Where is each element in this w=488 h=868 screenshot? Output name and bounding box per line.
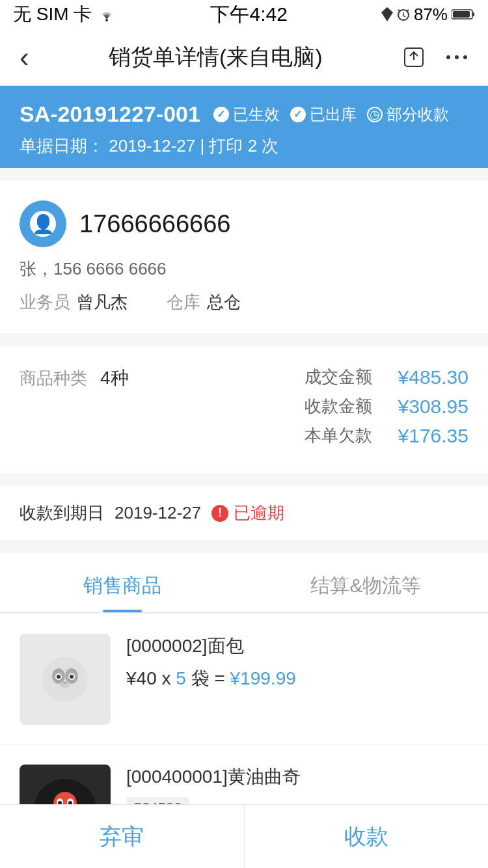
location-icon bbox=[381, 7, 393, 21]
warehouse-label: 仓库 bbox=[167, 291, 200, 314]
customer-id: 17666666666 bbox=[79, 210, 230, 238]
svg-point-6 bbox=[446, 55, 450, 59]
print-info: | 打印 2 次 bbox=[200, 136, 278, 156]
receipt-row: 收款金额 ¥308.95 bbox=[305, 395, 468, 418]
customer-name: 张，156 6666 6666 bbox=[20, 258, 468, 280]
order-date: 2019-12-27 bbox=[109, 136, 195, 156]
battery-text: 87% bbox=[414, 5, 448, 25]
summary-section: 商品种类 4种 成交金额 ¥485.30 收款金额 ¥308.95 本单欠款 ¥… bbox=[0, 346, 488, 473]
badge-effective-label: 已生效 bbox=[233, 104, 280, 125]
badge-partial-label: 部分收款 bbox=[386, 104, 449, 125]
debt-label: 本单欠款 bbox=[305, 424, 372, 447]
order-id: SA-20191227-001 bbox=[20, 102, 200, 127]
header-banner: SA-20191227-001 已生效 已出库 部分收款 单据日期： 2019-… bbox=[0, 86, 488, 168]
overdue-label: 已逾期 bbox=[234, 502, 284, 524]
confirm-label: 收款 bbox=[344, 822, 388, 852]
customer-section: 17666666666 张，156 6666 6666 业务员 曾凡杰 仓库 总… bbox=[0, 181, 488, 333]
owl-svg bbox=[39, 653, 91, 705]
due-section: 收款到期日 2019-12-27 ! 已逾期 bbox=[0, 486, 488, 540]
badge-shipped-label: 已出库 bbox=[310, 104, 357, 125]
avatar bbox=[20, 200, 66, 247]
customer-row1: 17666666666 bbox=[20, 200, 468, 247]
product-name-2: [000400001]黄油曲奇 bbox=[126, 765, 468, 789]
status-badges: 已生效 已出库 部分收款 bbox=[213, 104, 449, 125]
receipt-amount: ¥308.95 bbox=[398, 396, 468, 418]
more-icon[interactable] bbox=[445, 54, 468, 61]
overdue-icon: ! bbox=[211, 505, 228, 522]
svg-point-14 bbox=[57, 675, 61, 679]
transaction-row: 成交金额 ¥485.30 bbox=[305, 366, 468, 388]
summary-left: 商品种类 4种 bbox=[20, 366, 129, 390]
svg-point-8 bbox=[463, 55, 467, 59]
unit-1: 袋 bbox=[191, 668, 210, 688]
tabs-section: 销售商品 结算&物流等 bbox=[0, 553, 488, 613]
bottom-bar: 弃审 收款 bbox=[0, 804, 488, 868]
back-button[interactable]: ‹ bbox=[20, 41, 29, 74]
due-label: 收款到期日 bbox=[20, 502, 104, 524]
transaction-amount: ¥485.30 bbox=[398, 366, 468, 388]
table-row: [0000002]面包 ¥40 x 5 袋 = ¥199.99 bbox=[0, 614, 488, 745]
customer-meta: 业务员 曾凡杰 仓库 总仓 bbox=[20, 291, 468, 314]
badge-effective: 已生效 bbox=[213, 104, 280, 125]
receipt-label: 收款金额 bbox=[305, 395, 372, 418]
date-label: 单据日期： bbox=[20, 136, 104, 156]
unit-price-1: ¥40 bbox=[126, 668, 157, 688]
status-carrier: 无 SIM 卡 bbox=[13, 2, 116, 27]
product-name-1: [0000002]面包 bbox=[126, 634, 468, 658]
banner-row1: SA-20191227-001 已生效 已出库 部分收款 bbox=[20, 102, 468, 127]
salesman-label: 业务员 bbox=[20, 291, 70, 314]
warehouse-value: 总仓 bbox=[207, 291, 241, 314]
tab-sales-label: 销售商品 bbox=[83, 575, 161, 596]
category-value: 4种 bbox=[100, 366, 129, 390]
overdue-badge: ! 已逾期 bbox=[211, 502, 284, 524]
svg-point-9 bbox=[42, 657, 88, 702]
battery-icon bbox=[452, 8, 475, 20]
status-bar: 无 SIM 卡 下午4:42 87% bbox=[0, 0, 488, 29]
debt-row: 本单欠款 ¥176.35 bbox=[305, 424, 468, 447]
nav-bar: ‹ 销货单详情(来自电脑) bbox=[0, 29, 488, 86]
owl-icon bbox=[20, 634, 111, 725]
total-1: ¥199.99 bbox=[230, 668, 296, 688]
salesman-value: 曾凡杰 bbox=[77, 291, 128, 314]
avatar-icon bbox=[30, 211, 56, 237]
nav-icons bbox=[402, 46, 468, 69]
confirm-button[interactable]: 收款 bbox=[245, 805, 489, 868]
wifi-icon bbox=[97, 7, 116, 21]
tab-settlement-label: 结算&物流等 bbox=[310, 575, 421, 596]
alarm-icon bbox=[397, 7, 410, 21]
check-icon-shipped bbox=[290, 107, 306, 122]
share-icon[interactable] bbox=[402, 46, 426, 69]
cancel-label: 弃审 bbox=[100, 822, 144, 852]
tab-sales[interactable]: 销售商品 bbox=[0, 553, 244, 612]
svg-rect-4 bbox=[453, 11, 470, 18]
check-icon-effective bbox=[213, 107, 229, 122]
product-info-1: [0000002]面包 ¥40 x 5 袋 = ¥199.99 bbox=[126, 634, 468, 691]
tab-settlement[interactable]: 结算&物流等 bbox=[244, 553, 488, 612]
banner-date-row: 单据日期： 2019-12-27 | 打印 2 次 bbox=[20, 135, 468, 157]
cancel-button[interactable]: 弃审 bbox=[0, 805, 245, 868]
product-thumbnail-1 bbox=[20, 634, 111, 725]
due-date: 2019-12-27 bbox=[115, 503, 201, 523]
svg-point-7 bbox=[455, 55, 459, 59]
status-right: 87% bbox=[381, 5, 475, 25]
summary-right: 成交金额 ¥485.30 收款金额 ¥308.95 本单欠款 ¥176.35 bbox=[305, 366, 468, 454]
badge-partial: 部分收款 bbox=[367, 104, 449, 125]
clock-icon bbox=[367, 107, 383, 122]
page-title: 销货单详情(来自电脑) bbox=[109, 42, 323, 72]
svg-point-0 bbox=[105, 19, 108, 21]
category-label: 商品种类 bbox=[20, 367, 87, 390]
transaction-label: 成交金额 bbox=[305, 366, 372, 388]
carrier-text: 无 SIM 卡 bbox=[13, 2, 92, 27]
quantity-1: 5 bbox=[176, 668, 186, 688]
status-time: 下午4:42 bbox=[210, 1, 287, 28]
salesman-item: 业务员 曾凡杰 bbox=[20, 291, 128, 314]
debt-amount: ¥176.35 bbox=[398, 425, 468, 447]
svg-point-15 bbox=[70, 675, 74, 679]
badge-shipped: 已出库 bbox=[290, 104, 357, 125]
product-price-1: ¥40 x 5 袋 = ¥199.99 bbox=[126, 666, 468, 691]
warehouse-item: 仓库 总仓 bbox=[167, 291, 241, 314]
svg-rect-3 bbox=[472, 12, 474, 16]
